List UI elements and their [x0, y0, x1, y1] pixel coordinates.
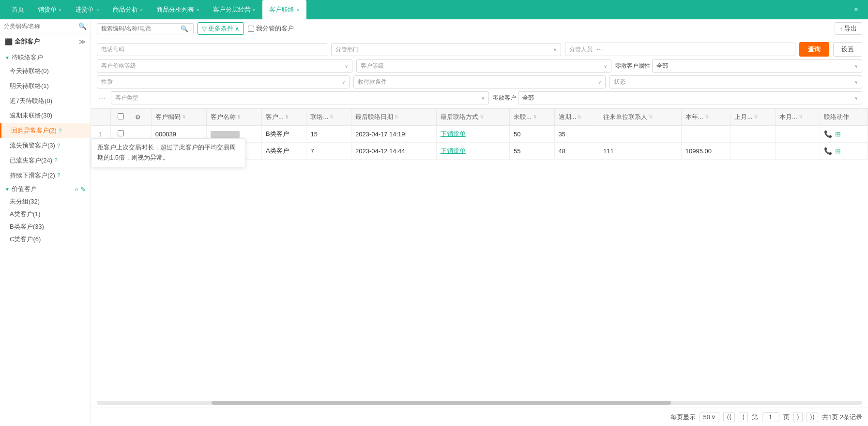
unit-contact-sort-icon[interactable]: ⇅ [649, 115, 653, 119]
repurchase-info-icon[interactable]: ? [59, 127, 61, 135]
collapse-icon[interactable]: ≫ [79, 38, 86, 45]
this-year-sort-icon[interactable]: ⇅ [705, 115, 709, 119]
filter-icon: ▽ [202, 25, 207, 32]
sidebar-item-tomorrow-pending[interactable]: 明天待联络(1) [0, 79, 91, 94]
sidebar-item-class-a[interactable]: A类客户(1) [0, 208, 91, 220]
contact-method-link-2[interactable]: 下销货单 [441, 147, 466, 154]
sidebar-item-unclassified[interactable]: 未分组(32) [0, 195, 91, 208]
name-sort-icon[interactable]: ⇅ [237, 115, 241, 119]
more-conditions-button[interactable]: ▽ 更多条件 ∧ [198, 22, 244, 35]
nav-product-analysis[interactable]: 商品分析 × [106, 0, 150, 19]
first-page-button[interactable]: ⟨⟨ [723, 412, 735, 422]
td-date-1: 2023-04-17 14:19: [351, 126, 436, 143]
dept-filter[interactable]: 分管部门 ∨ [331, 43, 562, 56]
unread-sort-icon[interactable]: ⇅ [533, 115, 537, 119]
more-action-icon-1[interactable]: ⊞ [835, 130, 841, 138]
retail-attr-arrow-icon: ∨ [854, 63, 858, 69]
prev-page-button[interactable]: ⟨ [739, 412, 748, 422]
sidebar-item-overdue-pending[interactable]: 逾期未联络(30) [0, 108, 91, 123]
date-sort-icon[interactable]: ⇅ [395, 115, 398, 119]
scrollbar-track[interactable] [97, 401, 862, 405]
nav-product-analysis-list[interactable]: 商品分析列表 × [150, 0, 206, 19]
this-month-sort-icon[interactable]: ⇅ [799, 115, 803, 119]
query-button[interactable]: 查询 [799, 42, 829, 57]
customer-type-filter[interactable]: 客户类型 ∨ [111, 91, 489, 104]
phone-action-icon-1[interactable]: 📞 [824, 130, 832, 138]
nav-customer-tier[interactable]: 客户分层经营 × [206, 0, 262, 19]
nav-customer-contact[interactable]: 客户联络 × [262, 0, 306, 19]
search-icon[interactable]: 🔍 [181, 25, 188, 32]
contact-method-link-1[interactable]: 下销货单 [441, 130, 466, 137]
overdue-sort-icon[interactable]: ⇅ [578, 115, 581, 119]
payment-filter[interactable]: 收付款条件 ∨ [353, 75, 606, 88]
sidebar-item-class-c[interactable]: C类客户(6) [0, 233, 91, 246]
level-sort-icon[interactable]: ⇅ [285, 115, 289, 119]
contact-sort-icon[interactable]: ⇅ [330, 115, 334, 119]
all-customers-title[interactable]: ⬛ 全部客户 ≫ [0, 33, 91, 50]
value-group-edit-icon[interactable]: ✎ [80, 186, 86, 193]
close-customer-tier-icon[interactable]: × [253, 0, 256, 19]
row1-checkbox[interactable] [118, 130, 124, 136]
price-level-filter[interactable]: 客户价格等级 ∨ [97, 59, 352, 73]
close-product-analysis-list-icon[interactable]: × [196, 0, 199, 19]
th-last-contact-method: 最后联络方式 ⇅ [436, 109, 509, 126]
last-month-sort-icon[interactable]: ⇅ [754, 115, 758, 119]
nav-purchase-order[interactable]: 进货单 × [68, 0, 106, 19]
gender-filter[interactable]: 性质 ∨ [97, 75, 350, 88]
customer-level-filter[interactable]: 客户等级 ∨ [356, 59, 612, 73]
lost-preview-info-icon[interactable]: ? [57, 142, 60, 150]
close-customer-contact-icon[interactable]: × [296, 0, 299, 19]
already-lost-info-icon[interactable]: ? [54, 156, 57, 165]
status-filter[interactable]: 状态 ∨ [609, 75, 862, 88]
last-page-button[interactable]: ⟩⟩ [807, 412, 818, 422]
retail-attr-select[interactable]: 全部 ∨ [652, 59, 862, 73]
scrollbar-thumb[interactable] [212, 401, 671, 405]
sidebar-search-input[interactable] [4, 23, 76, 29]
value-group-title: ▼ 价值客户 ○ ✎ [0, 183, 91, 195]
sidebar-item-class-b[interactable]: B类客户(33) [0, 220, 91, 233]
page-label: 第 [752, 413, 758, 422]
value-group-add-icon[interactable]: ○ [75, 186, 78, 193]
method-sort-icon[interactable]: ⇅ [480, 115, 484, 119]
select-all-checkbox[interactable] [118, 113, 124, 119]
sidebar-item-lost-preview[interactable]: 流失预警客户(3) ? [0, 138, 91, 153]
next-page-button[interactable]: ⟩ [793, 412, 803, 422]
content-area: 距客户上次交易时长，超过了此客户的平均交易周期的1.5倍，则视为异常。 🔍 ▽ … [91, 19, 868, 426]
sidebar-item-already-lost[interactable]: 已流失客户(24) ? [0, 153, 91, 168]
pending-triangle-icon: ▼ [5, 55, 10, 60]
code-sort-icon[interactable]: ⇅ [182, 115, 186, 119]
td-this-month-2 [775, 143, 820, 160]
sidebar-item-7days-pending[interactable]: 近7天待联络(0) [0, 94, 91, 109]
export-button[interactable]: ↑ 导出 [835, 22, 863, 35]
declining-info-icon[interactable]: ? [57, 171, 60, 180]
close-product-analysis-icon[interactable]: × [140, 0, 143, 19]
td-method-1: 下销货单 [436, 126, 509, 143]
sidebar-item-declining[interactable]: 持续下滑客户(2) ? [0, 168, 91, 183]
th-this-month: 本月... ⇅ [775, 109, 820, 126]
sidebar-item-repurchase-abnormal[interactable]: 回购异常客户(2) ? [0, 123, 91, 138]
page-number-input[interactable] [762, 412, 779, 422]
close-purchase-order-icon[interactable]: × [96, 0, 99, 19]
more-filter-ellipsis[interactable]: ··· [97, 94, 107, 103]
my-customer-checkbox-wrap[interactable]: 我分管的客户 [248, 24, 294, 33]
table-settings-icon[interactable]: ⚙ [135, 114, 141, 121]
sidebar-item-today-pending[interactable]: 今天待联络(0) [0, 64, 91, 79]
window-close-button[interactable]: × [849, 5, 863, 14]
customer-level-arrow-icon: ∨ [604, 63, 607, 69]
manager-filter[interactable]: 分管人员 ··· [565, 43, 795, 56]
pending-group-title[interactable]: ▼ 待联络客户 [0, 50, 91, 64]
nav-sales-order[interactable]: 销货单 × [31, 0, 68, 19]
manager-ellipsis-icon[interactable]: ··· [594, 45, 605, 54]
more-action-icon-2[interactable]: ⊞ [835, 147, 841, 155]
page-size-select[interactable]: 50 ∨ [700, 412, 719, 422]
setting-button[interactable]: 设置 [833, 42, 862, 57]
nav-home[interactable]: 首页 [5, 0, 31, 19]
retail-customer-select[interactable]: 全部 ∨ [518, 91, 862, 104]
phone-action-icon-2[interactable]: 📞 [824, 147, 832, 155]
th-settings[interactable]: ⚙ [131, 109, 151, 126]
search-input[interactable] [101, 25, 179, 32]
sidebar-search-icon[interactable]: 🔍 [78, 22, 87, 30]
phone-filter[interactable]: 电话号码 [97, 43, 327, 56]
close-sales-order-icon[interactable]: × [59, 0, 61, 19]
my-customer-checkbox[interactable] [248, 26, 254, 32]
